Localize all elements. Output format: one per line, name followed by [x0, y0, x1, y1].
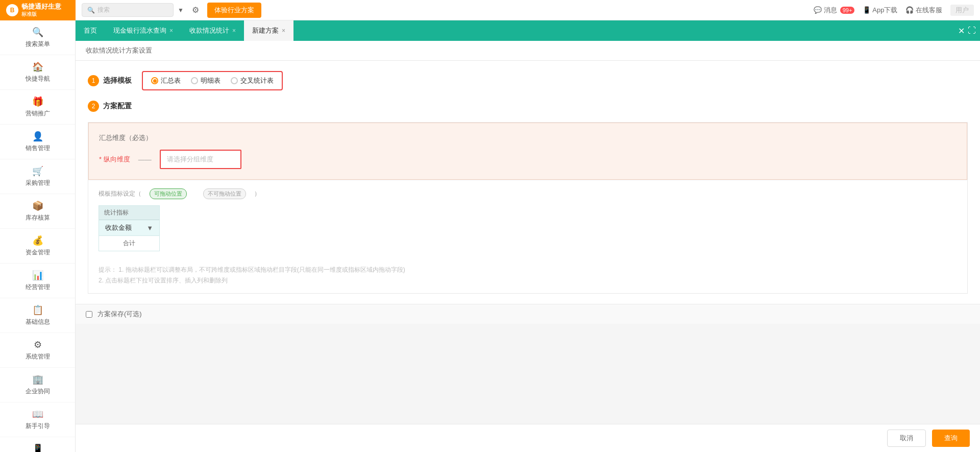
- sidebar-item-management[interactable]: 📊 经营管理: [0, 264, 75, 298]
- user-area[interactable]: 用户: [950, 5, 974, 16]
- search-placeholder: 搜索: [97, 6, 110, 14]
- sidebar-item-purchase[interactable]: 🛒 采购管理: [0, 159, 75, 194]
- breadcrumb: 收款情况统计方案设置: [86, 46, 152, 54]
- page-header: 收款情况统计方案设置: [76, 41, 980, 61]
- indicators-hint: 模板指标设定（ 可拖动位置 不可拖动位置 ）: [99, 188, 957, 199]
- page-footer: 方案保存(可选): [76, 304, 980, 324]
- step2-section: 2 方案配置 汇总维度（必选） * 纵向维度 —— 请选择分组维度: [88, 101, 968, 294]
- stat-column-header[interactable]: 收款金额 ▼: [99, 220, 159, 236]
- sidebar-item-quick-nav[interactable]: 🏠 快捷导航: [0, 55, 75, 90]
- sidebar-label-sales: 销售管理: [26, 144, 50, 153]
- header-dropdown[interactable]: ▼: [178, 7, 184, 14]
- radio-detail-label: 明细表: [201, 76, 220, 85]
- tab-bank-flow-close[interactable]: ×: [169, 27, 173, 34]
- step1-label: 选择模板: [103, 76, 132, 85]
- stat-table-stat-label: 统计指标: [99, 206, 159, 220]
- template-radio-group: 汇总表 明细表 交叉统计表: [142, 71, 283, 90]
- draggable-badge: 可拖动位置: [150, 188, 187, 199]
- tips-line2: 2. 点击标题栏下拉可设置排序、插入列和删除列: [99, 276, 957, 285]
- purchase-icon: 🛒: [32, 165, 43, 177]
- basic-info-icon: 📋: [32, 304, 43, 316]
- stat-column-dropdown-icon[interactable]: ▼: [146, 224, 153, 232]
- header-search[interactable]: 🔍 搜索: [82, 3, 174, 17]
- tab-new-plan-close[interactable]: ×: [282, 27, 285, 34]
- sidebar-label-enterprise: 企业协同: [26, 387, 50, 396]
- dimension-title: 汇总维度（必选）: [99, 133, 957, 142]
- sidebar-label-guide: 新手引导: [26, 422, 50, 431]
- tab-bar-actions: ✕ ⛶: [958, 26, 980, 36]
- tips-section: 提示： 1. 拖动标题栏可以调整布局，不可跨维度或指标区域拖动栏目字段(只能在同…: [88, 259, 967, 293]
- tab-new-plan[interactable]: 新建方案 ×: [244, 20, 293, 41]
- tab-home[interactable]: 首页: [76, 20, 105, 41]
- radio-dot-cross: [231, 77, 238, 84]
- dimension-select-placeholder: 请选择分组维度: [167, 155, 213, 163]
- sales-icon: 👤: [32, 131, 43, 142]
- step1-row: 1 选择模板 汇总表 明细表 交叉统计表: [88, 71, 968, 90]
- download-btn[interactable]: 📱 App下载: [863, 6, 897, 15]
- message-badge: 99+: [840, 7, 855, 14]
- indicators-close: ）: [254, 189, 260, 198]
- radio-detail[interactable]: 明细表: [191, 76, 220, 85]
- smart-hw-icon: 📱: [32, 443, 43, 452]
- enterprise-icon: 🏢: [32, 374, 43, 385]
- sidebar-item-sales[interactable]: 👤 销售管理: [0, 125, 75, 159]
- sidebar-label-quick-nav: 快捷导航: [26, 75, 50, 83]
- indicators-hint-text: 模板指标设定（: [99, 189, 141, 198]
- sidebar-item-inventory[interactable]: 📦 库存核算: [0, 194, 75, 229]
- save-checkbox[interactable]: [86, 311, 92, 318]
- step2-row: 2 方案配置: [88, 101, 968, 112]
- indicators-section: 模板指标设定（ 可拖动位置 不可拖动位置 ） 统计指标 收款金额: [88, 180, 967, 259]
- tab-expand-icon[interactable]: ⛶: [968, 26, 976, 35]
- sidebar-label-management: 经营管理: [26, 283, 50, 292]
- tab-bar: 首页 现金银行流水查询 × 收款情况统计 × 新建方案 × ✕ ⛶: [76, 20, 980, 41]
- step1-circle: 1: [88, 75, 99, 86]
- dimension-arrow: ——: [138, 156, 152, 163]
- header-right: 💬 消息 99+ 📱 App下载 🎧 在线客服 用户: [814, 5, 974, 16]
- dimension-area: 汇总维度（必选） * 纵向维度 —— 请选择分组维度: [88, 123, 967, 180]
- sidebar-item-search-menu[interactable]: 🔍 搜索菜单: [0, 20, 75, 55]
- logo: B 畅捷通好生意 标准版: [0, 0, 76, 20]
- guide-icon: 📖: [32, 409, 43, 420]
- cancel-button[interactable]: 取消: [887, 430, 926, 447]
- sidebar-label-finance: 资金管理: [26, 248, 50, 257]
- radio-cross[interactable]: 交叉统计表: [231, 76, 274, 85]
- stat-column-label: 收款金额: [105, 223, 132, 232]
- service-btn[interactable]: 🎧 在线客服: [905, 6, 942, 15]
- vertical-dim-label: * 纵向维度: [99, 155, 130, 164]
- radio-summary[interactable]: 汇总表: [151, 76, 181, 85]
- sidebar-item-finance[interactable]: 💰 资金管理: [0, 229, 75, 264]
- sidebar-item-enterprise[interactable]: 🏢 企业协同: [0, 368, 75, 402]
- stat-table: 统计指标 收款金额 ▼ 合计: [99, 205, 160, 251]
- sidebar-item-marketing[interactable]: 🎁 营销推广: [0, 90, 75, 125]
- sidebar-label-search-menu: 搜索菜单: [26, 40, 50, 49]
- step2-circle: 2: [88, 101, 99, 112]
- save-checkbox-label[interactable]: 方案保存(可选): [86, 310, 142, 319]
- sidebar-item-system[interactable]: ⚙ 系统管理: [0, 333, 75, 368]
- search-icon: 🔍: [87, 7, 95, 14]
- tab-collection-stat[interactable]: 收款情况统计 ×: [181, 20, 244, 41]
- search-menu-icon: 🔍: [32, 27, 43, 38]
- tab-collection-stat-close[interactable]: ×: [232, 27, 236, 34]
- finance-icon: 💰: [32, 235, 43, 246]
- dimension-select[interactable]: 请选择分组维度: [160, 150, 241, 169]
- sidebar-label-marketing: 营销推广: [26, 109, 50, 118]
- bottom-bar: 取消 查询: [76, 424, 980, 452]
- logo-text: 畅捷通好生意: [21, 3, 61, 11]
- sidebar-label-basic-info: 基础信息: [26, 318, 50, 326]
- marketing-icon: 🎁: [32, 96, 43, 107]
- radio-dot-detail: [191, 77, 198, 84]
- gear-icon[interactable]: ⚙: [192, 5, 199, 15]
- sidebar-label-system: 系统管理: [26, 352, 50, 361]
- radio-dot-summary: [151, 77, 158, 84]
- sidebar-item-basic-info[interactable]: 📋 基础信息: [0, 298, 75, 333]
- message-btn[interactable]: 💬 消息 99+: [814, 6, 854, 15]
- trial-button[interactable]: 体验行业方案: [207, 3, 261, 18]
- page-content: 收款情况统计方案设置 1 选择模板 汇总表 明细表: [76, 41, 980, 424]
- query-button[interactable]: 查询: [932, 430, 970, 447]
- sidebar-item-guide[interactable]: 📖 新手引导: [0, 402, 75, 437]
- radio-cross-label: 交叉统计表: [240, 76, 274, 85]
- dimension-row: * 纵向维度 —— 请选择分组维度: [99, 150, 957, 169]
- tab-bank-flow[interactable]: 现金银行流水查询 ×: [105, 20, 181, 41]
- sidebar-item-smart-hw[interactable]: 📱 智能硬件: [0, 437, 75, 452]
- tab-close-icon[interactable]: ✕: [958, 26, 965, 36]
